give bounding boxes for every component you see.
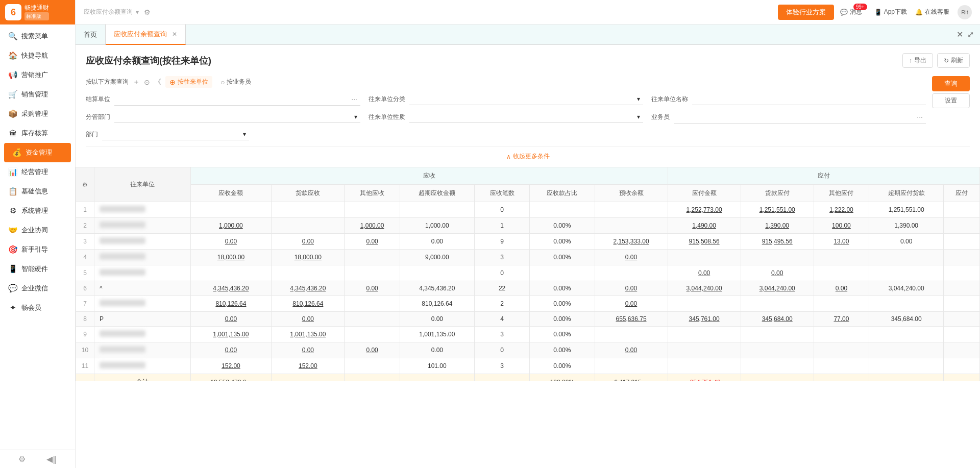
footer-r-prepaid[interactable]: 6,417,215.... [595,374,668,382]
cell-r-ratio: 0.00% [530,234,595,250]
sidebar-item-operation[interactable]: 📊 经营管理 [0,162,75,182]
scheme-option-partner[interactable]: ⊕ 按往来单位 [165,76,212,88]
cell-r-goods[interactable]: 4,345,436.20 [272,281,345,296]
collapse-filter-button[interactable]: ∧ 收起更多条件 [86,150,970,163]
cell-r-amount[interactable]: 0.00 [190,342,272,358]
cell-p-goods[interactable]: 1,390.00 [741,218,814,234]
th-settings[interactable]: ⚙ [76,167,94,202]
cell-r-goods[interactable]: 18,000.00 [272,250,345,265]
cell-r-prepaid[interactable]: 0.00 [595,281,668,296]
cell-r-amount[interactable]: 1,000.00 [190,218,272,234]
setting-button[interactable]: 设置 [932,93,970,108]
user-avatar[interactable]: Rit [958,5,972,19]
cell-p-amount[interactable]: 915,508.56 [668,234,741,250]
sidebar-item-search[interactable]: 🔍 搜索菜单 [0,27,75,46]
sidebar-item-inventory[interactable]: 🏛 库存核算 [0,124,75,143]
footer-p-amount[interactable]: -654,751.40 [668,374,741,382]
cell-p-goods[interactable]: 1,251,551.00 [741,202,814,218]
cell-r-prepaid[interactable]: 0.00 [595,342,668,358]
sidebar-item-hardware[interactable]: 📱 智能硬件 [0,259,75,279]
cell-r-prepaid[interactable]: 2,153,333.00 [595,234,668,250]
tab-query[interactable]: 应收应付余额查询 ✕ [106,24,186,45]
footer-r-goods [272,374,345,382]
cell-r-prepaid[interactable]: 0.00 [595,296,668,312]
cell-r-amount[interactable]: 152.00 [190,358,272,374]
collapse-sidebar-icon[interactable]: ◀‖ [46,454,57,464]
cell-r-other[interactable]: 0.00 [345,281,400,296]
cell-p-goods[interactable]: 915,495.56 [741,234,814,250]
sidebar-item-purchase[interactable]: 📦 采购管理 [0,104,75,124]
cell-p-amount[interactable]: 0.00 [668,265,741,281]
cell-r-prepaid[interactable]: 655,636.75 [595,312,668,327]
cell-r-other[interactable]: 1,000.00 [345,218,400,234]
cell-p-goods[interactable]: 3,044,240.00 [741,281,814,296]
cell-r-other [345,312,400,327]
message-button[interactable]: 💬 消息 99+ [840,8,862,16]
cell-p-amount[interactable]: 1,490.00 [668,218,741,234]
tab-close-icon[interactable]: ✕ [172,31,177,38]
settings-bottom-icon[interactable]: ⚙ [18,454,26,464]
cell-r-amount[interactable]: 18,000.00 [190,250,272,265]
app-download-button[interactable]: 📱 App下载 [874,8,907,16]
unit-nature-select[interactable]: ▾ [409,111,643,123]
cell-r-goods[interactable]: 1,001,135.00 [272,327,345,342]
salesman-input[interactable]: ··· [674,111,926,124]
cell-name [94,358,191,374]
cell-p-other[interactable]: 100.00 [814,218,869,234]
cell-r-goods[interactable]: 0.00 [272,312,345,327]
unit-name-input[interactable] [692,93,926,105]
cell-r-other[interactable]: 0.00 [345,342,400,358]
cell-r-goods[interactable]: 810,126.64 [272,296,345,312]
arrow-scheme-button[interactable]: 《 [154,78,161,87]
cell-r-goods[interactable]: 152.00 [272,358,345,374]
dept-select[interactable]: ▾ [102,129,249,140]
cell-r-amount[interactable]: 0.00 [190,234,272,250]
sidebar-item-nav[interactable]: 🏠 快捷导航 [0,46,75,65]
unit-category-select[interactable]: ▾ [409,93,643,105]
dept-manager-select[interactable]: ▾ [114,111,360,123]
query-button[interactable]: 查询 [932,76,970,91]
cell-p-goods[interactable]: 0.00 [741,265,814,281]
cell-p-other[interactable]: 77.00 [814,312,869,327]
cell-r-amount[interactable]: 1,001,135.00 [190,327,272,342]
message-badge: 99+ [853,4,867,10]
sidebar-item-enterprise[interactable]: 🤝 企业协同 [0,220,75,240]
cell-r-prepaid[interactable]: 0.00 [595,250,668,265]
sidebar-item-finance[interactable]: 💰 资金管理 [4,143,71,162]
gear-icon[interactable]: ⚙ [144,8,151,16]
cell-p-goods[interactable]: 345,684.00 [741,312,814,327]
tab-close-window-button[interactable]: ✕ [957,30,963,39]
tab-fullscreen-button[interactable]: ⤢ [967,30,974,39]
cell-p-other[interactable]: 13.00 [814,234,869,250]
scheme-option-salesman[interactable]: ○ 按业务员 [216,76,255,88]
service-button[interactable]: 🔔 在线客服 [915,8,949,16]
sidebar-item-member[interactable]: ✦ 畅会员 [0,298,75,317]
cell-p-other[interactable]: 0.00 [814,281,869,296]
export-button[interactable]: ↑ 导出 [902,53,933,68]
cell-r-other[interactable]: 0.00 [345,234,400,250]
settlement-input[interactable]: ··· [114,93,360,106]
sidebar-item-marketing[interactable]: 📢 营销推广 [0,65,75,85]
cell-r-amount[interactable]: 4,345,436.20 [190,281,272,296]
solution-button[interactable]: 体验行业方案 [778,5,834,20]
footer-r-amount[interactable]: 19,553,472,6... [190,374,272,382]
sidebar-item-system[interactable]: ⚙ 系统管理 [0,201,75,220]
cell-p-amount[interactable]: 3,044,240.00 [668,281,741,296]
cell-r-amount[interactable]: 0.00 [190,312,272,327]
tab-home[interactable]: 首页 [76,24,106,45]
cell-r-goods[interactable]: 0.00 [272,342,345,358]
table-settings-icon[interactable]: ⚙ [82,181,88,188]
add-scheme-button[interactable]: ＋ [133,78,140,87]
cell-p-amount[interactable]: 345,761.00 [668,312,741,327]
cell-p-amount[interactable]: 1,252,773.00 [668,202,741,218]
refresh-button[interactable]: ↻ 刷新 [937,53,970,68]
sidebar-item-wechat[interactable]: 💬 企业微信 [0,279,75,298]
edit-scheme-button[interactable]: ⊙ [144,78,150,86]
sidebar-item-basic[interactable]: 📋 基础信息 [0,182,75,201]
chevron-down-icon[interactable]: ▾ [136,9,139,16]
sidebar-item-sales[interactable]: 🛒 销售管理 [0,85,75,104]
cell-r-goods[interactable]: 0.00 [272,234,345,250]
sidebar-item-guide[interactable]: 🎯 新手引导 [0,240,75,259]
cell-r-amount[interactable]: 810,126.64 [190,296,272,312]
cell-p-other[interactable]: 1,222.00 [814,202,869,218]
